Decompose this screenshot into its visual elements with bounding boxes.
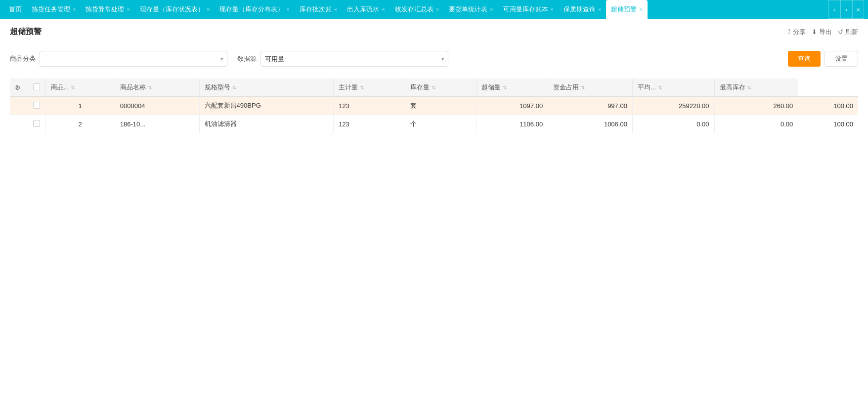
table-header-row: ⚙ 商品...⇅ 商品名称⇅ 规格型号⇅ 主计量⇅ 库存量⇅ 超储量⇅ 资金占用… — [10, 79, 858, 97]
nav-arrows: ‹ › × — [828, 0, 864, 19]
header-actions: ⤴ 分享 ⬇ 导出 ↺ 刷新 — [787, 28, 858, 37]
category-label: 商品分类 — [10, 54, 36, 63]
nav-item-task-mgmt[interactable]: 拣货任务管理 × — [27, 0, 81, 19]
nav-item-batch-account[interactable]: 库存批次账 × — [295, 0, 342, 19]
close-icon[interactable]: × — [286, 6, 289, 12]
nav-close-arrow[interactable]: × — [852, 0, 864, 19]
export-button[interactable]: ⬇ 导出 — [812, 28, 832, 37]
close-icon[interactable]: × — [598, 6, 601, 12]
header-checkbox[interactable] — [33, 83, 40, 90]
close-icon[interactable]: × — [490, 6, 493, 12]
td-product-code: 0000004 — [115, 97, 199, 115]
datasource-select[interactable]: 可用量 总量 — [260, 51, 448, 67]
nav-right-arrow[interactable]: › — [840, 0, 852, 19]
th-stock[interactable]: 库存量⇅ — [405, 79, 477, 97]
td-max-stock: 100.00 — [798, 115, 858, 133]
nav-item-order-stat[interactable]: 要货单统计表 × — [444, 0, 498, 19]
sort-icon-stock: ⇅ — [432, 85, 435, 90]
th-spec[interactable]: 规格型号⇅ — [199, 79, 334, 97]
nav-bar: 首页拣货任务管理 ×拣货异常处理 ×现存量（库存状况表） ×现存量（库存分布表）… — [0, 0, 868, 19]
th-unit[interactable]: 主计量⇅ — [334, 79, 405, 97]
td-stock: 1106.00 — [477, 115, 548, 133]
nav-item-abnormal[interactable]: 拣货异常处理 × — [81, 0, 134, 19]
td-capital: 0.00 — [632, 115, 714, 133]
filter-buttons: 查询 设置 — [788, 51, 858, 67]
filter-area: 商品分类 ▾ 数据源 可用量 总量 ▾ 查询 设置 — [10, 45, 858, 73]
td-unit: 套 — [405, 97, 477, 115]
close-icon[interactable]: × — [207, 6, 210, 12]
close-icon[interactable]: × — [127, 6, 130, 12]
td-checkbox[interactable] — [28, 115, 45, 133]
td-avg: 0.00 — [714, 115, 798, 133]
table-body: 1 0000004 六配套新昌490BPG 123 套 1097.00 997.… — [10, 97, 858, 133]
category-select[interactable] — [40, 51, 227, 67]
td-checkbox[interactable] — [28, 97, 45, 115]
nav-item-quality-check[interactable]: 保质期查询 × — [559, 0, 606, 19]
th-capital[interactable]: 资金占用⇅ — [548, 79, 633, 97]
th-product-name[interactable]: 商品名称⇅ — [115, 79, 199, 97]
td-over-qty: 997.00 — [548, 97, 633, 115]
table-header: ⚙ 商品...⇅ 商品名称⇅ 规格型号⇅ 主计量⇅ 库存量⇅ 超储量⇅ 资金占用… — [10, 79, 858, 97]
datasource-select-wrapper: 可用量 总量 ▾ — [260, 51, 448, 67]
share-icon: ⤴ — [787, 28, 791, 36]
th-checkbox[interactable] — [28, 79, 45, 97]
query-button[interactable]: 查询 — [788, 51, 821, 67]
page-content: 超储预警 ⤴ 分享 ⬇ 导出 ↺ 刷新 商品分类 ▾ — [0, 19, 868, 395]
td-over-qty: 1006.00 — [548, 115, 633, 133]
td-product-code: 186-10... — [115, 115, 199, 133]
page-header: 超储预警 ⤴ 分享 ⬇ 导出 ↺ 刷新 — [10, 27, 858, 37]
refresh-icon: ↺ — [838, 28, 843, 36]
refresh-label: 刷新 — [845, 28, 858, 37]
datasource-label: 数据源 — [237, 54, 257, 63]
nav-item-overstock[interactable]: 超储预警 × — [606, 0, 647, 19]
close-icon[interactable]: × — [639, 6, 642, 12]
td-spec: 123 — [334, 97, 405, 115]
td-spec: 123 — [334, 115, 405, 133]
th-avg[interactable]: 平均...⇅ — [632, 79, 714, 97]
close-icon[interactable]: × — [73, 6, 76, 12]
nav-item-avail-account[interactable]: 可用量库存账本 × — [498, 0, 559, 19]
td-stock: 1097.00 — [477, 97, 548, 115]
sort-icon-capital: ⇅ — [581, 85, 585, 90]
nav-item-recv-send[interactable]: 收发存汇总表 × — [390, 0, 444, 19]
th-gear[interactable]: ⚙ — [10, 79, 28, 97]
td-capital: 259220.00 — [632, 97, 714, 115]
td-row-num: 1 — [45, 97, 115, 115]
category-select-wrapper: ▾ — [40, 51, 227, 67]
export-label: 导出 — [819, 28, 832, 37]
export-icon: ⬇ — [812, 28, 817, 36]
sort-icon-over: ⇅ — [503, 85, 507, 90]
nav-item-inout-flow[interactable]: 出入库流水 × — [342, 0, 390, 19]
td-unit: 个 — [405, 115, 477, 133]
td-gear — [10, 97, 28, 115]
sort-icon-unit: ⇅ — [360, 85, 364, 90]
close-icon[interactable]: × — [334, 6, 337, 12]
td-gear — [10, 115, 28, 133]
td-product-name: 六配套新昌490BPG — [199, 97, 334, 115]
close-icon[interactable]: × — [382, 6, 385, 12]
nav-item-inventory-status[interactable]: 现存量（库存状况表） × — [135, 0, 215, 19]
close-icon[interactable]: × — [551, 6, 554, 12]
th-max-stock[interactable]: 最高库存⇅ — [714, 79, 798, 97]
th-product-code[interactable]: 商品...⇅ — [45, 79, 115, 97]
sort-icon-avg: ⇅ — [658, 85, 662, 90]
share-label: 分享 — [793, 28, 806, 37]
settings-button[interactable]: 设置 — [825, 51, 858, 67]
row-checkbox[interactable] — [33, 102, 40, 109]
sort-icon-name: ⇅ — [148, 85, 152, 90]
nav-item-home[interactable]: 首页 — [4, 0, 27, 19]
row-checkbox[interactable] — [33, 120, 40, 127]
gear-icon: ⚙ — [15, 84, 21, 91]
close-icon[interactable]: × — [436, 6, 439, 12]
th-over-qty[interactable]: 超储量⇅ — [477, 79, 548, 97]
td-product-name: 机油滤清器 — [199, 115, 334, 133]
share-button[interactable]: ⤴ 分享 — [787, 28, 806, 37]
table-row: 2 186-10... 机油滤清器 123 个 1106.00 1006.00 … — [10, 115, 858, 133]
td-avg: 260.00 — [714, 97, 798, 115]
nav-left-arrow[interactable]: ‹ — [828, 0, 840, 19]
refresh-button[interactable]: ↺ 刷新 — [838, 28, 858, 37]
td-row-num: 2 — [45, 115, 115, 133]
nav-item-inventory-dist[interactable]: 现存量（库存分布表） × — [215, 0, 294, 19]
page-title: 超储预警 — [10, 27, 42, 37]
data-table: ⚙ 商品...⇅ 商品名称⇅ 规格型号⇅ 主计量⇅ 库存量⇅ 超储量⇅ 资金占用… — [10, 79, 858, 133]
